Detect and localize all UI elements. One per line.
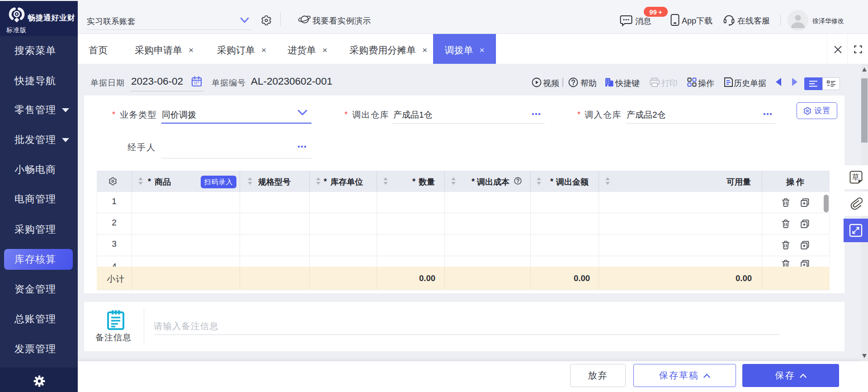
svg-text:草: 草 [852,173,860,182]
